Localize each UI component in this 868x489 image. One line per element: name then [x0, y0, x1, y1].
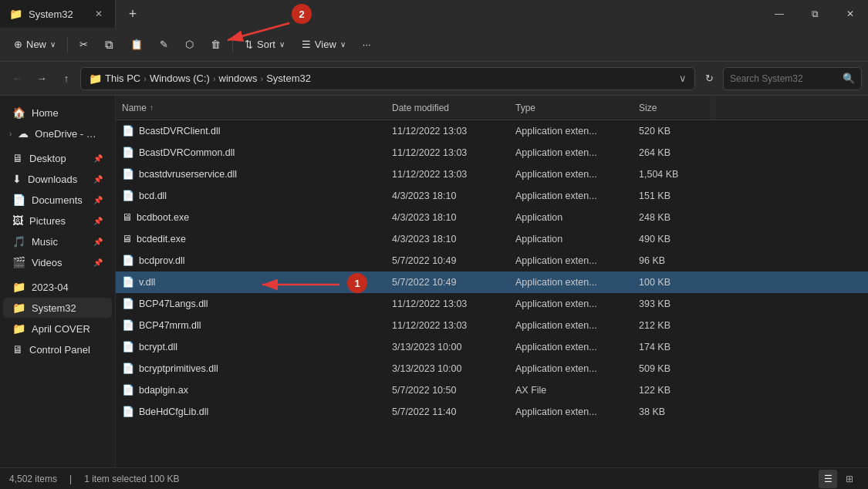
- sidebar-item-home[interactable]: 🏠 Home: [3, 103, 112, 123]
- file-cell-type: Application exten...: [509, 342, 633, 352]
- file-row[interactable]: 📄 BcastDVRCommon.dll 11/12/2022 13:03 Ap…: [116, 142, 868, 164]
- file-cell-type: Application: [509, 234, 633, 244]
- sidebar-item-videos[interactable]: 🎬 Videos 📌: [3, 252, 112, 272]
- rename-icon: ✎: [160, 39, 168, 50]
- dll-icon: 📄: [122, 276, 134, 288]
- file-cell-size: 174 KB: [633, 342, 710, 352]
- file-cell-date: 5/7/2022 10:49: [386, 255, 509, 266]
- breadcrumb-thispc[interactable]: This PC: [105, 73, 140, 84]
- col-header-name[interactable]: Name ↑: [116, 96, 386, 120]
- tab-system32[interactable]: 📁 System32 ✕: [0, 0, 116, 28]
- file-cell-type: Application: [509, 212, 633, 223]
- sidebar-item-downloads[interactable]: ⬇ Downloads 📌: [3, 169, 112, 189]
- grid-view-toggle[interactable]: ⊞: [840, 470, 859, 488]
- control-panel-icon: 🖥: [12, 343, 23, 356]
- sidebar-item-april-cover[interactable]: 📁 April COVER: [3, 319, 112, 339]
- file-row[interactable]: 📄 bcrypt.dll 3/13/2023 10:00 Application…: [116, 336, 868, 358]
- file-cell-date: 5/7/2022 10:49: [386, 277, 509, 288]
- breadcrumb-dropdown-icon[interactable]: ∨: [679, 73, 687, 84]
- sort-button[interactable]: ⇅ Sort ∨: [237, 32, 292, 57]
- file-name: bdaplgin.ax: [139, 385, 188, 396]
- window-controls: — ⧉ ✕: [762, 0, 868, 28]
- col-header-type[interactable]: Type: [509, 96, 633, 120]
- folder-system32-icon: 📁: [12, 302, 25, 314]
- file-cell-name: 🖥 bcdboot.exe: [116, 211, 386, 223]
- breadcrumb-windows[interactable]: Windows (C:): [150, 73, 210, 84]
- file-row[interactable]: 📄 bcastdvruserservice.dll 11/12/2022 13:…: [116, 164, 868, 185]
- file-cell-date: 5/7/2022 11:40: [386, 406, 509, 417]
- sort-label: Sort: [257, 39, 275, 50]
- file-cell-size: 212 KB: [633, 320, 710, 331]
- paste-button[interactable]: 📋: [123, 32, 150, 57]
- file-row[interactable]: 🖥 bcdedit.exe 4/3/2023 18:10 Application…: [116, 228, 868, 250]
- sidebar-item-system32[interactable]: 📁 System32: [3, 298, 112, 318]
- file-cell-date: 11/12/2022 13:03: [386, 147, 509, 158]
- file-cell-date: 11/12/2022 13:03: [386, 169, 509, 180]
- file-row[interactable]: 📄 bcdprov.dll 5/7/2022 10:49 Application…: [116, 250, 868, 271]
- view-chevron-icon: ∨: [340, 40, 346, 49]
- tab-close-button[interactable]: ✕: [92, 7, 106, 21]
- search-input[interactable]: [730, 73, 838, 84]
- breadcrumb-system32[interactable]: System32: [266, 73, 311, 84]
- breadcrumb-windows-folder[interactable]: windows: [219, 73, 258, 84]
- sidebar-item-onedrive[interactable]: › ☁ OneDrive - Pers: [3, 123, 112, 143]
- file-cell-date: 11/12/2022 13:03: [386, 320, 509, 331]
- sidebar-item-documents[interactable]: 📄 Documents 📌: [3, 190, 112, 210]
- col-header-size[interactable]: Size: [633, 96, 710, 120]
- dll-icon: 📄: [122, 363, 134, 374]
- restore-button[interactable]: ⧉: [797, 0, 833, 28]
- minimize-button[interactable]: —: [762, 0, 797, 28]
- file-row[interactable]: 📄 bdaplgin.ax 5/7/2022 10:50 AX File 122…: [116, 379, 868, 401]
- forward-button[interactable]: →: [31, 68, 52, 89]
- share-icon: ⬡: [185, 39, 194, 50]
- file-cell-name: 📄 BdeHdCfgLib.dll: [116, 406, 386, 417]
- file-row[interactable]: 🖥 bcdboot.exe 4/3/2023 18:10 Application…: [116, 207, 868, 228]
- view-button[interactable]: ☰ View ∨: [294, 32, 353, 57]
- file-row-selected[interactable]: 📄 v.dll 5/7/2022 10:49 Application exten…: [116, 271, 868, 293]
- col-header-date[interactable]: Date modified: [386, 96, 509, 120]
- dll-icon: 📄: [122, 125, 134, 137]
- col-type-label: Type: [515, 103, 535, 113]
- new-button[interactable]: ⊕ New ∨: [6, 32, 63, 57]
- breadcrumb[interactable]: 📁 This PC › Windows (C:) › windows › Sys…: [80, 67, 695, 90]
- search-icon[interactable]: 🔍: [843, 73, 855, 84]
- up-button[interactable]: ↑: [56, 68, 77, 89]
- item-count: 4,502 items: [9, 474, 57, 484]
- file-row[interactable]: 📄 bcd.dll 4/3/2023 18:10 Application ext…: [116, 185, 868, 207]
- breadcrumb-folder-icon: 📁: [89, 73, 102, 85]
- file-row[interactable]: 📄 BCP47mrm.dll 11/12/2022 13:03 Applicat…: [116, 315, 868, 336]
- sidebar-item-pictures[interactable]: 🖼 Pictures 📌: [3, 211, 112, 231]
- sidebar-item-music[interactable]: 🎵 Music 📌: [3, 231, 112, 251]
- file-cell-size: 122 KB: [633, 385, 710, 396]
- sidebar-item-2023-04[interactable]: 📁 2023-04: [3, 277, 112, 297]
- file-cell-size: 490 KB: [633, 234, 710, 244]
- file-name: BcastDVRCommon.dll: [139, 147, 235, 158]
- col-name-label: Name: [122, 103, 147, 113]
- file-row[interactable]: 📄 BcastDVRClient.dll 11/12/2022 13:03 Ap…: [116, 120, 868, 142]
- file-row[interactable]: 📄 bcryptprimitives.dll 3/13/2023 10:00 A…: [116, 358, 868, 379]
- list-view-toggle[interactable]: ☰: [819, 470, 837, 488]
- file-cell-size: 38 KB: [633, 406, 710, 417]
- new-tab-button[interactable]: +: [119, 0, 147, 28]
- cut-button[interactable]: ✂: [72, 32, 96, 57]
- sidebar-onedrive-label: OneDrive - Pers: [35, 128, 103, 140]
- copy-button[interactable]: ⧉: [97, 32, 121, 57]
- expand-icon: ›: [9, 130, 12, 138]
- back-button[interactable]: ←: [6, 68, 28, 89]
- rename-button[interactable]: ✎: [152, 32, 176, 57]
- delete-button[interactable]: 🗑: [203, 32, 228, 57]
- sidebar-item-desktop[interactable]: 🖥 Desktop 📌: [3, 148, 112, 168]
- share-button[interactable]: ⬡: [177, 32, 201, 57]
- sidebar-pictures-label: Pictures: [29, 215, 87, 227]
- file-cell-size: 100 KB: [633, 277, 710, 288]
- sidebar-item-control-panel[interactable]: 🖥 Control Panel: [3, 339, 112, 359]
- pin-icon-doc: 📌: [93, 196, 103, 204]
- file-row[interactable]: 📄 BdeHdCfgLib.dll 5/7/2022 11:40 Applica…: [116, 401, 868, 423]
- breadcrumb-sep-3: ›: [260, 74, 263, 83]
- file-cell-type: Application exten...: [509, 298, 633, 309]
- search-bar[interactable]: 🔍: [723, 67, 862, 90]
- file-row[interactable]: 📄 BCP47Langs.dll 11/12/2022 13:03 Applic…: [116, 293, 868, 315]
- refresh-button[interactable]: ↻: [698, 68, 720, 89]
- more-button[interactable]: ···: [355, 32, 379, 57]
- close-button[interactable]: ✕: [833, 0, 868, 28]
